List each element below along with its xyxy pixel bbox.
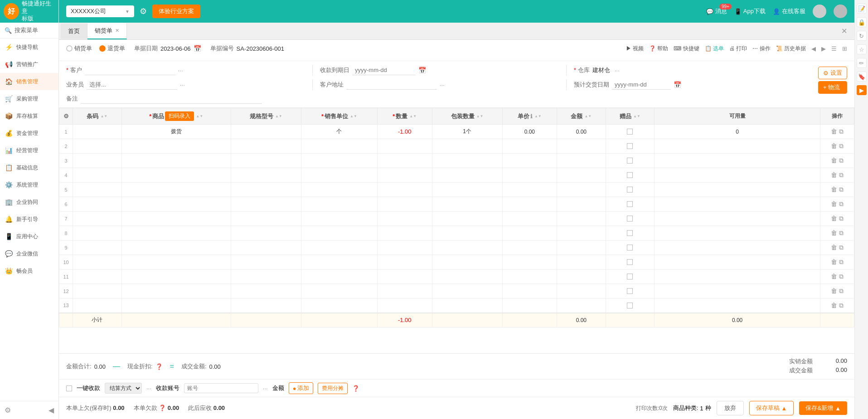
- delete-icon[interactable]: 🗑: [831, 229, 837, 237]
- unit-sort-icon[interactable]: ▲▼: [350, 114, 357, 118]
- price-info-icon[interactable]: ℹ: [530, 113, 533, 120]
- delete-icon[interactable]: 🗑: [831, 157, 837, 164]
- row-1-price[interactable]: 0.00: [502, 125, 557, 139]
- row-1-pkg-qty[interactable]: 1个: [432, 125, 502, 139]
- fee-help-icon[interactable]: ❓: [352, 385, 359, 392]
- expected-date-input[interactable]: [612, 80, 671, 90]
- toolbar-prev-icon[interactable]: ◀: [811, 45, 816, 52]
- customer-more-icon[interactable]: ···: [178, 67, 183, 74]
- tabbar-close-icon[interactable]: ✕: [836, 27, 853, 35]
- amount-sort-icon[interactable]: ▲▼: [584, 114, 592, 118]
- gear-icon[interactable]: ⚙: [63, 113, 69, 120]
- topbar-settings-button[interactable]: ⚙: [140, 6, 147, 16]
- toolbar-list-icon[interactable]: ☰: [831, 45, 837, 52]
- sidebar-item-member[interactable]: 👑 畅会员: [0, 262, 58, 279]
- salesperson-more-icon[interactable]: ···: [180, 82, 185, 88]
- delete-icon[interactable]: 🗑: [831, 128, 837, 135]
- app-download-button[interactable]: 📱 App下载: [734, 7, 766, 15]
- copy-icon[interactable]: ⧉: [839, 157, 844, 164]
- due-date-calendar-icon[interactable]: 📅: [418, 67, 426, 74]
- copy-icon[interactable]: ⧉: [839, 186, 844, 193]
- radio-sales[interactable]: 销货单: [66, 44, 92, 53]
- toolbar-next-icon[interactable]: ▶: [821, 45, 826, 52]
- debt-help-icon[interactable]: ❓: [159, 405, 166, 411]
- sidebar-search[interactable]: 🔍 搜索菜单: [0, 23, 58, 39]
- row-1-barcode[interactable]: [73, 125, 122, 139]
- pkg-sort-icon[interactable]: ▲▼: [476, 114, 484, 118]
- row-1-qty[interactable]: -1.00: [378, 125, 432, 139]
- product-sort-icon[interactable]: ▲▼: [196, 114, 203, 118]
- fee-split-button[interactable]: 费用分摊: [318, 383, 348, 394]
- tab-close-icon[interactable]: ✕: [115, 28, 119, 34]
- discard-button[interactable]: 放弃: [717, 401, 744, 415]
- sidebar-item-guide[interactable]: 🔔 新手引导: [0, 211, 58, 228]
- remark-input[interactable]: [81, 94, 262, 104]
- copy-icon[interactable]: ⧉: [839, 287, 844, 295]
- right-panel-refresh[interactable]: ↻: [857, 31, 867, 41]
- copy-icon[interactable]: ⧉: [839, 200, 844, 208]
- toolbar-operation[interactable]: ⋯ 操作: [752, 45, 770, 53]
- add-payment-button[interactable]: ● 添加: [289, 382, 313, 394]
- toolbar-shortcut[interactable]: ⌨ 快捷键: [674, 45, 699, 53]
- delete-icon[interactable]: 🗑: [831, 287, 837, 295]
- toolbar-grid-icon[interactable]: ⊞: [842, 45, 847, 52]
- gift-sort-icon[interactable]: ▲▼: [633, 114, 640, 118]
- copy-icon[interactable]: ⧉: [839, 215, 844, 222]
- right-panel-bookmark[interactable]: 🔖: [857, 72, 867, 82]
- copy-icon[interactable]: ⧉: [839, 142, 844, 150]
- sidebar-item-quick-nav[interactable]: ⚡ 快捷导航: [0, 39, 58, 56]
- sidebar-item-wechat[interactable]: 💬 企业微信: [0, 245, 58, 262]
- expected-date-calendar-icon[interactable]: 📅: [674, 81, 681, 88]
- row-1-spec[interactable]: [231, 125, 301, 139]
- account-more-icon[interactable]: ···: [263, 385, 268, 392]
- discount-help-icon[interactable]: ❓: [155, 363, 163, 370]
- row-1-unit[interactable]: 个: [301, 125, 377, 139]
- delete-icon[interactable]: 🗑: [831, 273, 837, 280]
- right-panel-active[interactable]: ▶: [857, 85, 867, 95]
- user-avatar[interactable]: [813, 5, 826, 18]
- sidebar-item-enterprise[interactable]: 🏢 企业协同: [0, 193, 58, 211]
- account-input[interactable]: [184, 383, 258, 393]
- settings-side-button[interactable]: ⚙ 放弃 设置: [818, 67, 847, 79]
- delete-icon[interactable]: 🗑: [831, 186, 837, 193]
- sidebar-item-system[interactable]: ⚙️ 系统管理: [0, 176, 58, 193]
- delete-icon[interactable]: 🗑: [831, 244, 837, 251]
- company-selector[interactable]: XXXXXX公司 ▼: [66, 5, 134, 17]
- tab-home[interactable]: 首页: [61, 24, 87, 39]
- copy-icon[interactable]: ⧉: [839, 244, 844, 251]
- address-more-icon[interactable]: ···: [440, 82, 445, 88]
- settlement-method-select[interactable]: 结算方式: [105, 383, 142, 394]
- copy-icon[interactable]: ⧉: [839, 128, 844, 135]
- right-panel-note[interactable]: 📝: [857, 4, 867, 14]
- sidebar-item-marketing[interactable]: 📢 营销推广: [0, 56, 58, 73]
- copy-icon[interactable]: ⧉: [839, 229, 844, 237]
- due-date-input[interactable]: [352, 65, 416, 75]
- sidebar-item-inventory[interactable]: 📦 库存核算: [0, 107, 58, 125]
- copy-icon[interactable]: ⧉: [839, 258, 844, 266]
- radio-return[interactable]: 退货单: [99, 44, 125, 53]
- save-draft-button[interactable]: 保存草稿 ▲: [749, 401, 794, 415]
- date-calendar-icon[interactable]: 📅: [194, 45, 201, 52]
- sidebar-item-operation[interactable]: 📊 经营管理: [0, 142, 58, 159]
- sidebar-item-purchase[interactable]: 🛒 采购管理: [0, 90, 58, 107]
- price-sort-icon[interactable]: ▲▼: [534, 114, 542, 118]
- message-button[interactable]: 💬 消息 99+: [706, 7, 727, 15]
- trial-button[interactable]: 体验行业方案: [152, 5, 200, 18]
- toolbar-history[interactable]: 📜 历史单据: [776, 45, 806, 53]
- toolbar-help[interactable]: ❓ 帮助: [649, 45, 668, 53]
- logistics-button[interactable]: + 物流: [818, 81, 847, 94]
- warehouse-more-icon[interactable]: ···: [615, 67, 620, 74]
- toolbar-video[interactable]: ▶ 视频: [626, 45, 644, 53]
- delete-icon[interactable]: 🗑: [831, 171, 837, 179]
- customer-input[interactable]: [85, 65, 175, 75]
- save-new-button[interactable]: 保存&新增 ▲: [799, 401, 847, 415]
- row-1-amount[interactable]: 0.00: [557, 125, 606, 139]
- sidebar-item-apps[interactable]: 📱 应用中心: [0, 228, 58, 245]
- scan-btn[interactable]: 扫码录入: [165, 111, 194, 121]
- delete-icon[interactable]: 🗑: [831, 302, 837, 309]
- user-avatar2[interactable]: [834, 5, 847, 18]
- toolbar-select[interactable]: 📋 选单: [705, 45, 724, 53]
- right-panel-edit[interactable]: ✏: [857, 58, 867, 68]
- barcode-sort-icon[interactable]: ▲▼: [100, 114, 107, 118]
- th-gear[interactable]: ⚙: [59, 108, 73, 125]
